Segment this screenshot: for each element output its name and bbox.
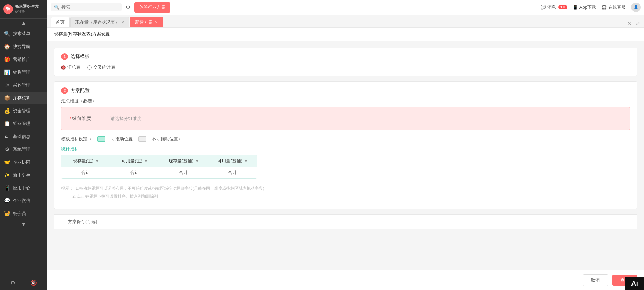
topbar-search-area: 🔍 — [51, 3, 122, 11]
dimension-arrow: —— — [96, 116, 105, 121]
industry-btn[interactable]: 体验行业方案 — [134, 2, 170, 13]
sidebar-item-system[interactable]: ⚙ 系统管理 — [0, 143, 47, 156]
headset-icon: 🎧 — [601, 5, 607, 10]
sidebar-item-quick-nav[interactable]: 🏠 快捷导航 — [0, 40, 47, 53]
sidebar-item-finance[interactable]: 💰 资金管理 — [0, 104, 47, 117]
save-schema-checkbox[interactable] — [61, 220, 65, 224]
col-label-3: 可用量(基辅) — [217, 158, 242, 164]
chevron-down-icon-0: ▼ — [95, 159, 99, 163]
radio-cross-input[interactable] — [87, 65, 92, 70]
page-content: 现存量(库存状况表)方案设置 1 选择模板 汇总表 交叉统计表 — [47, 28, 644, 270]
tab-inventory-status[interactable]: 现存量（库存状况表） ✕ — [70, 17, 129, 27]
radio-cross[interactable]: 交叉统计表 — [87, 64, 115, 70]
crown-icon: 👑 — [4, 211, 10, 217]
tab-home[interactable]: 首页 — [51, 17, 70, 27]
app-brand: 畅康通好生意 标准版 — [15, 4, 39, 14]
col-label-0: 现存量(主) — [73, 158, 94, 164]
sidebar-scroll-up[interactable]: ▲ — [0, 19, 47, 27]
cancel-button[interactable]: 取消 — [583, 274, 608, 286]
sidebar-item-operations[interactable]: 📋 经营管理 — [0, 117, 47, 130]
fixed-indicator-block — [138, 136, 146, 142]
sidebar-item-label: 基础信息 — [13, 134, 30, 140]
gear-icon: ⚙ — [4, 146, 10, 152]
home-icon: 🏠 — [4, 44, 10, 50]
tips-text-2: 2. 点击标题栏下拉可设置排序、插入列和删除列 — [61, 192, 630, 200]
message-badge: 99+ — [558, 5, 567, 9]
col-header-3[interactable]: 可用量(基辅) ▼ — [208, 155, 257, 167]
app-logo-icon: 畅 — [3, 4, 13, 14]
bag-icon: 🛍 — [4, 82, 10, 88]
sidebar-item-label: 营销推广 — [13, 56, 30, 63]
tab-home-label: 首页 — [56, 19, 65, 25]
sidebar-item-new-guide[interactable]: ✨ 新手引导 — [0, 169, 47, 182]
app-download-item[interactable]: 📱 App下载 — [573, 4, 596, 10]
sidebar-item-cooperation[interactable]: 🤝 企业协同 — [0, 156, 47, 169]
template-indicator: 模板指标设定（ 可拖动位置 不可拖动位置） — [61, 136, 630, 142]
topbar-gear-btn[interactable]: ⚙ — [124, 3, 132, 12]
step2-section: 2 方案配置 汇总维度（必选） * 纵向维度 —— 请选择分组维度 模板指标设定… — [54, 81, 637, 209]
box-icon: 📦 — [4, 95, 10, 101]
chevron-down-icon-3: ▼ — [244, 159, 248, 163]
tab-new-schema-close-icon[interactable]: ✕ — [155, 20, 158, 25]
stats-section: 统计指标 现存量(主) ▼ 可用量(主) ▼ — [61, 146, 630, 179]
schema-setup: 1 选择模板 汇总表 交叉统计表 2 — [47, 41, 644, 236]
window-controls: ✕ ⤢ — [626, 20, 641, 27]
sidebar-item-wechat[interactable]: 💬 企业微信 — [0, 194, 47, 207]
stats-table-header: 现存量(主) ▼ 可用量(主) ▼ 现存量(基辅) ▼ — [61, 155, 257, 167]
mute-btn[interactable]: 🔇 — [29, 278, 39, 287]
sidebar-item-marketing[interactable]: 🎁 营销推广 — [0, 53, 47, 66]
window-close-btn[interactable]: ✕ — [626, 20, 632, 27]
app-download-label: App下载 — [579, 4, 596, 10]
radio-cross-label: 交叉统计表 — [93, 64, 115, 70]
sidebar-item-label: 采购管理 — [13, 82, 30, 88]
sidebar-scroll-down[interactable]: ▼ — [0, 220, 47, 229]
online-service-item[interactable]: 🎧 在线客服 — [601, 4, 626, 10]
sidebar-bottom: ⚙ 🔇 — [0, 275, 47, 290]
radio-summary[interactable]: 汇总表 — [61, 64, 80, 70]
settings-icon: ⚙ — [126, 4, 130, 10]
sidebar-item-member[interactable]: 👑 畅会员 — [0, 207, 47, 220]
sidebar-item-app-center[interactable]: 📱 应用中心 — [0, 182, 47, 194]
dimension-hint[interactable]: 请选择分组维度 — [110, 116, 141, 122]
sidebar-item-search-menu[interactable]: 🔍 搜索菜单 — [0, 27, 47, 40]
col-cell-2: 合计 — [159, 167, 208, 178]
sidebar-item-sales[interactable]: 📊 销售管理 — [0, 66, 47, 79]
col-header-2[interactable]: 现存量(基辅) ▼ — [159, 155, 208, 167]
tip-2: 2. 点击标题栏下拉可设置排序、插入列和删除列 — [72, 194, 158, 199]
sidebar-item-basic-info[interactable]: 🗂 基础信息 — [0, 130, 47, 143]
radio-summary-input[interactable] — [61, 65, 66, 70]
avatar-placeholder: 👤 — [634, 5, 638, 9]
user-avatar[interactable]: 👤 — [631, 3, 641, 12]
col-header-1[interactable]: 可用量(主) ▼ — [110, 155, 159, 167]
col-cell-3: 合计 — [208, 167, 257, 178]
draggable-label: 可拖动位置 — [111, 136, 133, 142]
tab-inventory-close-icon[interactable]: ✕ — [121, 20, 124, 25]
gift-icon: 🎁 — [4, 56, 10, 63]
main-area: 🔍 ⚙ 体验行业方案 💬 消息 99+ 📱 App下载 🎧 在线客服 👤 — [47, 0, 644, 290]
sidebar-item-label: 畅会员 — [13, 211, 26, 217]
clipboard-icon: 📋 — [4, 121, 10, 127]
col-summary-1: 合计 — [130, 170, 139, 176]
message-item[interactable]: 💬 消息 99+ — [541, 4, 567, 10]
settings-bottom-btn[interactable]: ⚙ — [9, 278, 17, 287]
step2-title: 方案配置 — [71, 88, 90, 94]
page-title: 现存量(库存状况表)方案设置 — [54, 31, 110, 37]
sidebar-item-purchase[interactable]: 🛍 采购管理 — [0, 79, 47, 92]
money-icon: 💰 — [4, 108, 10, 114]
window-expand-btn[interactable]: ⤢ — [635, 20, 641, 27]
stats-title: 统计指标 — [61, 146, 630, 152]
phone-icon: 📱 — [4, 185, 10, 191]
step1-section: 1 选择模板 汇总表 交叉统计表 — [54, 48, 637, 76]
chat-icon: 💬 — [4, 198, 10, 204]
chart-icon: 📊 — [4, 69, 10, 75]
stats-table-row: 合计 合计 合计 合计 — [61, 167, 257, 178]
sidebar-item-label: 系统管理 — [13, 146, 30, 152]
tab-inventory-label: 现存量（库存状况表） — [75, 19, 119, 25]
tab-new-schema[interactable]: 新建方案 ✕ — [130, 17, 163, 27]
topbar: 🔍 ⚙ 体验行业方案 💬 消息 99+ 📱 App下载 🎧 在线客服 👤 — [47, 0, 644, 15]
col-header-0[interactable]: 现存量(主) ▼ — [61, 155, 110, 167]
sidebar-item-inventory[interactable]: 📦 库存核算 — [0, 92, 47, 104]
col-summary-3: 合计 — [228, 170, 237, 176]
search-input[interactable] — [61, 5, 118, 10]
stats-table: 现存量(主) ▼ 可用量(主) ▼ 现存量(基辅) ▼ — [61, 155, 257, 179]
